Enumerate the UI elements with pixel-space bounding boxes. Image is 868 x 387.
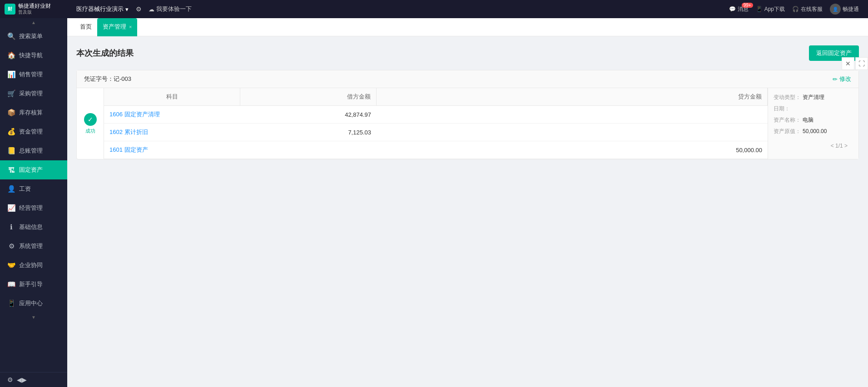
subject-cell[interactable]: 1606 固定资产清理 <box>104 106 240 123</box>
experience-button[interactable]: ☁ 我要体验一下 <box>149 5 192 13</box>
cloud-icon: ☁ <box>149 6 154 13</box>
subject-cell[interactable]: 1602 累计折旧 <box>104 124 240 141</box>
sidebar-item-label: 应用中心 <box>19 299 43 308</box>
system-icon: ⚙ <box>7 242 15 250</box>
original-value-row: 资产原值： 50,000.00 <box>774 128 853 135</box>
toggle-sidebar-icon[interactable]: ◀▶ <box>17 376 27 383</box>
edit-icon: ✏ <box>833 76 838 83</box>
credit-cell <box>377 110 768 119</box>
logo-area: 财 畅捷通好业财 普及版 <box>5 3 72 15</box>
subject-name: 固定资产清理 <box>124 111 160 118</box>
table-main: 科目 借方金额 贷方金额 1606 固定资产清理 42,874.97 <box>104 88 768 159</box>
sidebar-item-payroll[interactable]: 👤 工资 <box>0 179 67 198</box>
sidebar-item-label: 系统管理 <box>19 242 43 250</box>
username-label: 畅捷通 <box>843 5 859 13</box>
table-header-row: 科目 借方金额 贷方金额 <box>104 88 768 106</box>
online-service-nav-item[interactable]: 🎧 在线客服 <box>792 5 823 13</box>
chart-icon: 📊 <box>7 70 15 79</box>
sidebar-item-basics[interactable]: ℹ 基础信息 <box>0 218 67 237</box>
table-row: 1601 固定资产 50,000.00 <box>104 141 768 159</box>
subject-code: 1606 <box>109 111 124 118</box>
experience-label: 我要体验一下 <box>156 5 192 13</box>
app-download-label: App下载 <box>764 5 785 13</box>
sidebar-scroll-up[interactable]: ▲ <box>0 18 67 27</box>
table-row: 1602 累计折旧 7,125.03 <box>104 124 768 141</box>
success-label: 成功 <box>85 128 95 134</box>
sidebar-item-label: 企业协同 <box>19 261 43 269</box>
online-service-label: 在线客服 <box>801 5 823 13</box>
trend-icon: 📈 <box>7 204 15 212</box>
side-panel: 变动类型： 资产清理 日期： 资产名称： 电脑 资产原值： <box>768 88 858 159</box>
date-row: 日期： <box>774 105 853 113</box>
change-type-label: 变动类型： <box>774 94 801 101</box>
person-icon: 👤 <box>7 185 15 193</box>
sidebar-item-enterprise[interactable]: 🤝 企业协同 <box>0 256 67 275</box>
sidebar-item-ledger[interactable]: 📒 总账管理 <box>0 141 67 160</box>
edit-label: 修改 <box>839 75 851 83</box>
voucher-number: 凭证字号：记-003 <box>84 75 131 83</box>
sidebar-item-label: 库存核算 <box>19 109 43 117</box>
sidebar-item-label: 采购管理 <box>19 89 43 98</box>
sidebar-item-sales[interactable]: 📊 销售管理 <box>0 65 67 84</box>
sidebar-item-label: 工资 <box>19 185 31 193</box>
sidebar-bottom: ⚙ ◀▶ <box>0 372 67 387</box>
tab-asset-management-label: 资产管理 <box>103 23 126 31</box>
tab-close-icon[interactable]: × <box>129 24 132 30</box>
sidebar-item-quick-nav[interactable]: 🏠 快捷导航 <box>0 46 67 65</box>
sidebar-item-label: 新手引导 <box>19 280 43 288</box>
change-type-value: 资产清理 <box>803 94 824 101</box>
edit-button[interactable]: ✏ 修改 <box>833 75 851 83</box>
gear-button[interactable]: ⚙ <box>132 3 145 15</box>
sidebar-item-funds[interactable]: 💰 资金管理 <box>0 122 67 141</box>
close-panel-button[interactable]: ✕ <box>842 57 854 70</box>
money-icon: 💰 <box>7 128 15 136</box>
sidebar-scroll-down[interactable]: ▼ <box>0 313 67 322</box>
header-subject: 科目 <box>104 88 240 105</box>
table-row: 1606 固定资产清理 42,874.97 <box>104 106 768 124</box>
logo-icon: 财 <box>5 4 15 15</box>
asset-name-label: 资产名称： <box>774 116 801 124</box>
ledger-icon: 📒 <box>7 147 15 155</box>
headset-icon: 🎧 <box>792 6 799 12</box>
mobile-icon: 📱 <box>756 6 763 12</box>
sidebar-item-app-center[interactable]: 📱 应用中心 <box>0 294 67 313</box>
debit-cell <box>240 145 377 154</box>
sidebar-item-label: 经营管理 <box>19 204 43 212</box>
page-content: ✕ ⛶ 本次生成的结果 返回固定资产 凭证字号：记-003 ✏ 修改 <box>67 36 868 387</box>
user-nav-item[interactable]: 👤 畅捷通 <box>830 4 859 15</box>
sidebar-item-system[interactable]: ⚙ 系统管理 <box>0 237 67 256</box>
sidebar-item-guide[interactable]: 📖 新手引导 <box>0 275 67 294</box>
sidebar-item-inventory[interactable]: 📦 库存核算 <box>0 103 67 122</box>
date-label: 日期： <box>774 105 790 113</box>
company-name: 医疗器械行业演示 <box>76 5 124 13</box>
sidebar-item-label: 搜索菜单 <box>19 32 43 40</box>
voucher-header: 凭证字号：记-003 ✏ 修改 <box>77 70 858 88</box>
success-indicator: ✓ 成功 <box>77 88 104 159</box>
pagination[interactable]: < 1/1 > <box>774 139 853 153</box>
top-nav-center: 医疗器械行业演示 ▾ ⚙ ☁ 我要体验一下 <box>72 3 729 15</box>
settings-icon[interactable]: ⚙ <box>7 376 13 383</box>
tab-home[interactable]: 首页 <box>74 18 97 36</box>
original-value-label: 资产原值： <box>774 128 801 135</box>
subject-name: 累计折旧 <box>124 129 148 135</box>
subject-cell[interactable]: 1601 固定资产 <box>104 141 240 159</box>
sidebar-item-label: 销售管理 <box>19 70 43 79</box>
expand-panel-button[interactable]: ⛶ <box>855 57 868 70</box>
change-type-row: 变动类型： 资产清理 <box>774 94 853 101</box>
sidebar-item-operations[interactable]: 📈 经营管理 <box>0 198 67 218</box>
app-download-nav-item[interactable]: 📱 App下载 <box>756 5 785 13</box>
credit-cell: 50,000.00 <box>377 142 768 158</box>
home-icon: 🏠 <box>7 51 15 60</box>
header-debit: 借方金额 <box>240 88 377 105</box>
sidebar-item-search[interactable]: 🔍 搜索菜单 <box>0 27 67 46</box>
top-nav-right: 💬 消息 99+ 📱 App下载 🎧 在线客服 👤 畅捷通 <box>729 4 863 15</box>
sidebar-item-purchase[interactable]: 🛒 采购管理 <box>0 84 67 103</box>
handshake-icon: 🤝 <box>7 261 15 269</box>
company-selector[interactable]: 医疗器械行业演示 ▾ <box>76 5 129 13</box>
sidebar-item-fixed-assets[interactable]: 🏗 固定资产 <box>0 160 67 179</box>
sidebar-item-label: 快捷导航 <box>19 51 43 60</box>
cart-icon: 🛒 <box>7 89 15 98</box>
sidebar-item-label: 资金管理 <box>19 128 43 136</box>
tab-asset-management[interactable]: 资产管理 × <box>97 18 137 36</box>
messages-nav-item[interactable]: 💬 消息 99+ <box>729 5 749 13</box>
